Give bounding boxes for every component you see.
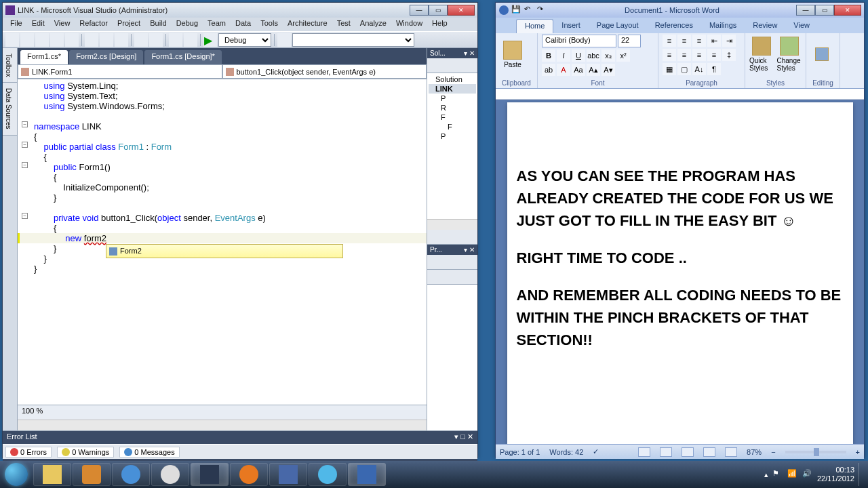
tab-form1-design[interactable]: Form1.cs [Design]* — [144, 50, 222, 64]
properties-header[interactable]: Pr...▾ ✕ — [427, 245, 477, 255]
font-size-dropdown[interactable]: 22 — [618, 35, 641, 47]
tab-references[interactable]: References — [647, 19, 701, 33]
tree-solution[interactable]: Solution — [429, 75, 476, 84]
member-dropdown[interactable]: button1_Click(object sender, EventArgs e… — [222, 64, 427, 79]
tab-review[interactable]: Review — [745, 19, 785, 33]
tab-form2-design[interactable]: Form2.cs [Design] — [69, 50, 143, 64]
underline-button[interactable]: U — [572, 49, 585, 62]
print-layout-view[interactable] — [638, 447, 650, 457]
tree-item[interactable]: F — [429, 113, 476, 122]
clock[interactable]: 00:13 22/11/2012 — [817, 466, 854, 483]
indent-dec-button[interactable]: ⇤ — [707, 35, 721, 47]
taskbar-explorer[interactable] — [33, 463, 71, 486]
word-count[interactable]: Words: 42 — [549, 448, 583, 456]
align-left-button[interactable]: ≡ — [663, 49, 676, 61]
menu-refactor[interactable]: Refactor — [75, 18, 113, 31]
paste-button[interactable]: Paste — [500, 35, 526, 74]
save-all-button[interactable] — [65, 33, 79, 47]
paragraph[interactable]: AS YOU CAN SEE THE PROGRAM HAS ALREADY C… — [517, 165, 844, 232]
tree-item[interactable]: P — [429, 131, 476, 141]
bullets-button[interactable]: ≡ — [663, 35, 676, 47]
menu-analyze[interactable]: Analyze — [355, 18, 391, 31]
menu-window[interactable]: Window — [391, 18, 427, 31]
show-hidden-icons[interactable]: ▴ — [764, 470, 768, 479]
multilevel-button[interactable]: ≡ — [692, 35, 706, 47]
action-center-icon[interactable]: ⚑ — [772, 469, 783, 480]
menu-architecture[interactable]: Architecture — [283, 18, 332, 31]
tree-item[interactable]: F — [429, 122, 476, 131]
code-editor[interactable]: using System.Linq; using System.Text; us… — [18, 79, 427, 405]
vs-titlebar[interactable]: LINK - Microsoft Visual Studio (Administ… — [3, 3, 477, 18]
paragraph[interactable]: AND REMEMBER ALL CODING NEEDS TO BE WITH… — [517, 284, 844, 351]
spell-check-icon[interactable]: ✓ — [593, 447, 599, 456]
draft-view[interactable] — [725, 447, 737, 457]
maximize-button[interactable]: ▭ — [429, 5, 448, 16]
show-desktop-button[interactable] — [859, 463, 864, 486]
italic-button[interactable]: I — [557, 49, 570, 62]
taskbar-app[interactable] — [269, 463, 307, 486]
undo-icon[interactable]: ↶ — [524, 5, 535, 16]
error-list-header[interactable]: Error List▾ □ ✕ — [3, 430, 477, 444]
justify-button[interactable]: ≡ — [707, 49, 721, 61]
type-dropdown[interactable]: LINK.Form1 — [18, 64, 222, 79]
numbering-button[interactable]: ≡ — [677, 35, 691, 47]
menu-file[interactable]: File — [5, 18, 27, 31]
menu-project[interactable]: Project — [113, 18, 145, 31]
word-titlebar[interactable]: 💾 ↶ ↷ Document1 - Microsoft Word — ▭ ✕ — [496, 3, 864, 18]
cut-button[interactable] — [85, 33, 98, 47]
taskbar-firefox[interactable] — [230, 463, 268, 486]
maximize-button[interactable]: ▭ — [815, 5, 834, 16]
fold-namespace-icon[interactable]: − — [22, 121, 28, 127]
shading-button[interactable]: ▦ — [663, 63, 676, 75]
web-layout-view[interactable] — [682, 447, 694, 457]
office-button[interactable] — [498, 5, 509, 16]
shrink-font-button[interactable]: A▾ — [601, 64, 615, 76]
add-item-button[interactable] — [20, 33, 34, 47]
show-marks-button[interactable]: ¶ — [707, 63, 721, 75]
tab-page-layout[interactable]: Page Layout — [589, 19, 647, 33]
page[interactable]: AS YOU CAN SEE THE PROGRAM HAS ALREADY C… — [507, 102, 853, 444]
tree-item[interactable]: R — [429, 103, 476, 113]
save-button[interactable] — [50, 33, 64, 47]
full-screen-view[interactable] — [660, 447, 672, 457]
tab-form1-cs[interactable]: Form1.cs* — [20, 50, 68, 64]
taskbar-media-player[interactable] — [73, 463, 111, 486]
strike-button[interactable]: abc — [587, 49, 600, 62]
font-color-button[interactable]: A — [557, 64, 570, 76]
paragraph[interactable]: RIGHT TIME TO CODE .. — [517, 247, 844, 269]
minimize-button[interactable]: — — [796, 5, 815, 16]
taskbar-ie[interactable] — [112, 463, 150, 486]
solution-tree[interactable]: Solution LINK P R F F P — [427, 73, 477, 219]
tree-scrollbar[interactable] — [427, 219, 477, 230]
editing-button[interactable] — [810, 35, 833, 74]
highlight-button[interactable]: ab — [542, 64, 555, 76]
change-styles-button[interactable]: Change Styles — [777, 35, 802, 74]
quick-styles-button[interactable]: Quick Styles — [749, 35, 774, 74]
solution-tabs[interactable] — [427, 230, 477, 245]
nav-back-button[interactable] — [169, 33, 182, 47]
tree-project[interactable]: LINK — [429, 84, 476, 94]
borders-button[interactable]: ▢ — [677, 63, 691, 75]
redo-button[interactable] — [149, 33, 163, 47]
tab-view[interactable]: View — [785, 19, 818, 33]
indent-inc-button[interactable]: ⇥ — [722, 35, 736, 47]
sort-button[interactable]: A↓ — [692, 63, 706, 75]
menu-build[interactable]: Build — [145, 18, 171, 31]
font-name-dropdown[interactable]: Calibri (Body) — [542, 35, 616, 47]
menu-edit[interactable]: Edit — [27, 18, 50, 31]
zoom-percent[interactable]: 87% — [747, 448, 762, 456]
messages-filter[interactable]: 0 Messages — [119, 447, 179, 458]
document-area[interactable]: AS YOU CAN SEE THE PROGRAM HAS ALREADY C… — [496, 100, 864, 444]
menu-help[interactable]: Help — [427, 18, 452, 31]
toolbox-tab[interactable]: Toolbox — [3, 48, 17, 83]
taskbar-itunes[interactable] — [151, 463, 189, 486]
close-button[interactable]: ✕ — [834, 5, 861, 16]
menu-tools[interactable]: Tools — [256, 18, 283, 31]
save-icon[interactable]: 💾 — [511, 5, 522, 16]
ruler[interactable] — [496, 89, 864, 100]
page-count[interactable]: Page: 1 of 1 — [500, 448, 540, 456]
subscript-button[interactable]: x₂ — [601, 49, 615, 62]
menu-debug[interactable]: Debug — [172, 18, 203, 31]
tree-item[interactable]: P — [429, 94, 476, 103]
network-icon[interactable]: 📶 — [787, 469, 798, 480]
